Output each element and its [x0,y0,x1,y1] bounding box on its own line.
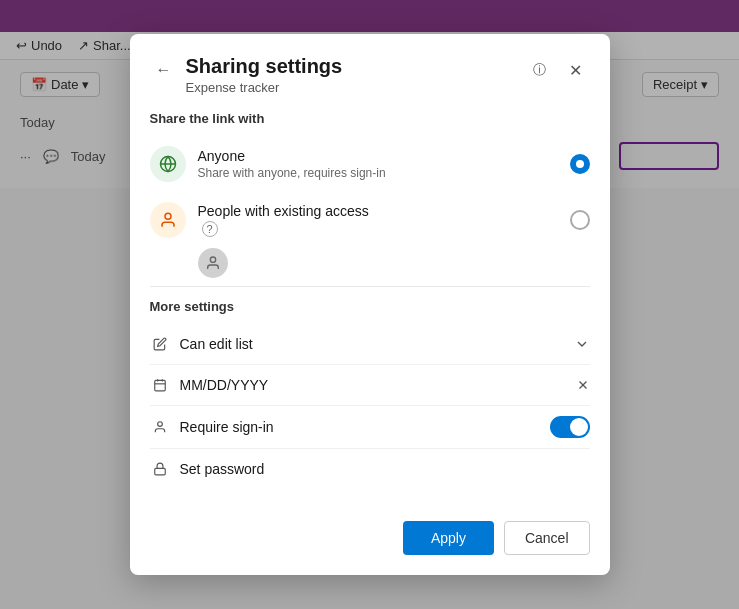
info-icon: ⓘ [533,61,546,79]
lock-icon [150,459,170,479]
option-people[interactable]: People with existing access ? [150,192,590,248]
person-icon [150,202,186,238]
setting-require-signin[interactable]: Require sign-in [150,406,590,449]
modal-overlay: ← Sharing settings Expense tracker ⓘ ✕ S… [0,0,739,609]
title-block: Sharing settings Expense tracker [186,54,526,95]
people-title: People with existing access [198,203,558,219]
svg-point-2 [165,213,171,219]
people-option-text: People with existing access ? [198,203,558,237]
calendar-icon-2 [150,375,170,395]
info-badge: ? [202,221,218,237]
option-anyone[interactable]: Anyone Share with anyone, requires sign-… [150,136,590,192]
access-avatar-area [150,248,590,286]
chevron-down-icon[interactable] [574,336,590,352]
more-settings-section: More settings Can edit list [150,299,590,489]
svg-point-3 [210,257,215,262]
info-button[interactable]: ⓘ [526,56,554,84]
svg-rect-4 [154,380,165,391]
setting-set-password[interactable]: Set password [150,449,590,489]
modal-header-actions: ⓘ ✕ [526,56,590,84]
modal-title: Sharing settings [186,54,526,78]
require-signin-toggle[interactable] [550,416,590,438]
anyone-radio[interactable] [570,154,590,174]
more-settings-label: More settings [150,299,590,314]
close-icon-2[interactable] [576,378,590,392]
cancel-button[interactable]: Cancel [504,521,590,555]
user-avatar [198,248,228,278]
globe-icon [150,146,186,182]
modal-footer: Apply Cancel [130,509,610,575]
share-link-label: Share the link with [150,111,590,126]
require-signin-label: Require sign-in [180,419,540,435]
modal-body: Share the link with Anyone Share with an… [130,111,610,509]
modal-subtitle: Expense tracker [186,80,526,95]
pencil-icon [150,334,170,354]
set-password-label: Set password [180,461,590,477]
anyone-title: Anyone [198,148,558,164]
close-button[interactable]: ✕ [562,56,590,84]
setting-date[interactable]: MM/DD/YYYY [150,365,590,406]
setting-can-edit[interactable]: Can edit list [150,324,590,365]
people-radio[interactable] [570,210,590,230]
sharing-settings-modal: ← Sharing settings Expense tracker ⓘ ✕ S… [130,34,610,575]
section-divider [150,286,590,287]
date-format-label: MM/DD/YYYY [180,377,566,393]
close-icon: ✕ [569,61,582,80]
anyone-option-text: Anyone Share with anyone, requires sign-… [198,148,558,180]
back-icon: ← [156,61,172,79]
can-edit-label: Can edit list [180,336,564,352]
person-icon-2 [150,417,170,437]
svg-rect-11 [154,468,165,474]
anyone-desc: Share with anyone, requires sign-in [198,166,558,180]
back-button[interactable]: ← [150,56,178,84]
apply-button[interactable]: Apply [403,521,494,555]
svg-point-10 [157,422,162,427]
toggle-switch[interactable] [550,416,590,438]
modal-header: ← Sharing settings Expense tracker ⓘ ✕ [130,34,610,107]
